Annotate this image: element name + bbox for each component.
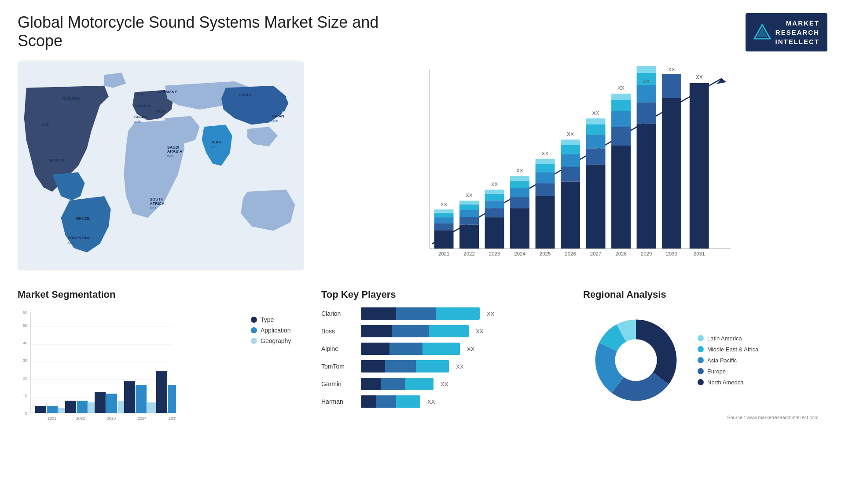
svg-rect-67 (637, 66, 656, 73)
svg-text:60: 60 (23, 310, 27, 314)
label-argentina: ARGENTINA (67, 236, 91, 240)
dot-europe (698, 368, 704, 374)
segmentation-title: Market Segmentation (18, 289, 304, 300)
bar-seg2 (376, 395, 396, 408)
legend-geo-label: Geography (261, 337, 291, 344)
svg-text:2025: 2025 (169, 416, 176, 420)
bar-2028: XX 2028 (611, 86, 631, 256)
label-us: U.S. (41, 122, 49, 127)
label-latin-america: Latin America (707, 335, 742, 342)
val-argentina: xx% (67, 241, 74, 245)
svg-rect-25 (485, 190, 504, 194)
world-map-container: CANADA xx% U.S. xx% MEXICO xx% BRAZIL xx… (18, 60, 304, 271)
svg-point-116 (617, 341, 655, 380)
svg-rect-11 (434, 209, 454, 212)
svg-text:2031: 2031 (694, 251, 705, 256)
svg-rect-15 (459, 217, 479, 225)
main-content: CANADA xx% U.S. xx% MEXICO xx% BRAZIL xx… (18, 60, 827, 280)
bar-seg3 (416, 360, 449, 373)
svg-rect-99 (95, 392, 106, 413)
player-bar-garmin (361, 378, 434, 390)
svg-text:XX: XX (668, 67, 675, 72)
logo-line1: MARKET (775, 18, 820, 28)
svg-rect-24 (485, 194, 504, 201)
bar-2030: 2030 XX (662, 67, 681, 256)
label-saudi2: ARABIA (167, 149, 183, 153)
svg-text:2023: 2023 (107, 416, 116, 420)
svg-rect-50 (586, 148, 606, 165)
svg-text:2029: 2029 (641, 251, 652, 256)
svg-rect-7 (434, 230, 454, 248)
bar-2026: XX 2026 (561, 131, 580, 256)
legend-type: Type (251, 316, 304, 323)
legend-geo-dot (251, 338, 257, 344)
svg-rect-42 (561, 182, 580, 249)
svg-rect-36 (536, 183, 555, 196)
player-xx: XX (487, 310, 494, 317)
svg-text:XX: XX (466, 193, 473, 198)
svg-text:2021: 2021 (438, 251, 450, 256)
legend-type-label: Type (261, 316, 274, 323)
svg-rect-28 (510, 208, 529, 248)
svg-text:0: 0 (25, 411, 27, 416)
svg-rect-60 (611, 94, 631, 100)
svg-text:2030: 2030 (666, 251, 677, 256)
player-tomtom: TomTom XX (321, 360, 557, 373)
bar-seg1 (361, 378, 381, 390)
val-brazil: xx% (76, 221, 83, 225)
players-list: Clarion XX Boss XX Alpine (321, 307, 557, 408)
svg-rect-17 (459, 205, 479, 210)
logo: MARKET RESEARCH INTELLECT (746, 13, 828, 51)
svg-text:2025: 2025 (540, 251, 551, 256)
svg-rect-104 (136, 385, 147, 413)
svg-rect-108 (168, 385, 176, 413)
bar-seg3 (396, 395, 420, 408)
bar-seg2 (381, 378, 405, 390)
legend-type-dot (251, 317, 257, 323)
val-italy: xx% (154, 114, 161, 118)
svg-rect-14 (459, 225, 479, 248)
growth-chart: XX 2021 XX 2022 (312, 60, 827, 271)
svg-rect-63 (637, 124, 656, 248)
svg-rect-18 (459, 201, 479, 204)
segmentation-chart-svg: 0 10 20 30 40 50 60 (18, 307, 176, 431)
svg-text:2021: 2021 (48, 416, 56, 420)
svg-rect-52 (586, 124, 606, 135)
player-bar-harman (361, 395, 420, 408)
svg-rect-8 (434, 223, 454, 230)
svg-rect-74 (690, 83, 709, 248)
legend-north-america: North America (698, 379, 758, 386)
bar-seg3 (422, 343, 460, 355)
label-southafrica: SOUTH (150, 197, 163, 201)
player-bar-boss (361, 325, 469, 337)
svg-rect-49 (586, 165, 606, 248)
bar-2031: 2031 XX (690, 74, 709, 256)
label-europe: Europe (707, 368, 726, 375)
svg-rect-22 (485, 208, 504, 217)
svg-rect-59 (611, 100, 631, 111)
label-saudi: SAUDI (167, 145, 180, 150)
val-us: xx% (41, 127, 48, 131)
svg-rect-70 (662, 98, 681, 248)
svg-text:20: 20 (23, 376, 27, 380)
player-alpine: Alpine XX (321, 343, 557, 355)
svg-rect-92 (47, 406, 58, 413)
legend-application: Application (251, 327, 304, 334)
svg-rect-29 (510, 197, 529, 208)
donut-chart (583, 307, 689, 413)
svg-rect-91 (35, 406, 46, 413)
donut-legend: Latin America Middle East & Africa Asia … (698, 335, 758, 386)
svg-text:30: 30 (23, 358, 27, 363)
svg-rect-39 (536, 159, 555, 164)
val-spain: xx% (134, 120, 141, 124)
label-spain: SPAIN (134, 115, 146, 119)
svg-text:2023: 2023 (489, 251, 500, 256)
player-bar-alpine (361, 343, 460, 355)
svg-rect-51 (586, 135, 606, 148)
label-italy: ITALY (154, 110, 165, 114)
source-text: Source : www.marketresearchintellect.com (583, 415, 819, 420)
svg-text:XX: XX (441, 202, 448, 207)
val-china: xx% (239, 98, 245, 102)
svg-text:50: 50 (23, 323, 27, 328)
svg-text:2024: 2024 (514, 251, 525, 256)
